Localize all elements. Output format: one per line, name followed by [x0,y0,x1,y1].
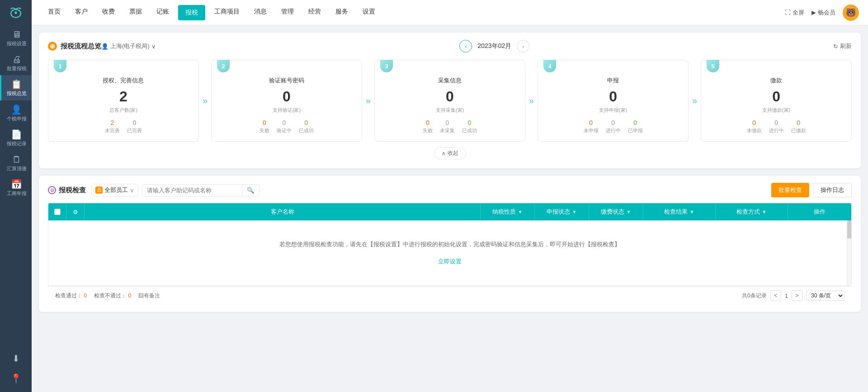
setup-link[interactable]: 立即设置 [438,258,462,265]
step-subtitle-2: 支持验证(家) [219,107,354,114]
th-checkbox[interactable] [48,203,66,220]
search-btn[interactable]: 🔍 [242,185,259,196]
step-stats-1: 2 未完善 0 已完善 [56,119,191,134]
step-title-2: 验证账号密码 [219,76,354,85]
sidebar-item-tax-overview[interactable]: 📋 报税总览 [0,75,32,100]
step-stat-1-1[interactable]: 0 已完善 [127,119,142,134]
th-check-result[interactable]: 检查结果 ▼ [643,203,716,220]
step-subtitle-3: 支持采集(家) [382,107,518,114]
note-label: 囧有备注 [138,292,160,300]
operation-log-btn[interactable]: 操作日志 [813,183,852,197]
sidebar-bottom: ⬇ 📍 [0,349,32,392]
prev-page-btn[interactable]: < [770,290,781,301]
taxcheck-title: ⊙ 报税检查 [48,186,86,195]
fail-label: 检查不通过： 0 [94,292,131,300]
topnav-home[interactable]: 首页 [41,0,68,25]
step-stat-2-0[interactable]: 0 失败 [259,119,269,134]
next-page-btn[interactable]: > [792,290,802,301]
sidebar-item-personal-tax[interactable]: 👤 个税申报 [0,100,32,125]
step-arrow-3: » [525,60,538,142]
step-stat-2-1[interactable]: 0 验证中 [277,119,292,134]
step-number-2: 2 [217,60,230,72]
th-check-method[interactable]: 检查方式 ▼ [716,203,788,220]
topnav-services[interactable]: 服务 [328,0,355,25]
topnav-customer[interactable]: 客户 [68,0,95,25]
topnav-accounting[interactable]: 记账 [149,0,176,25]
sidebar-download-btn[interactable]: ⬇ [0,349,32,368]
total-records: 共0条记录 [742,292,767,300]
step-subtitle-4: 支持申报(家) [545,107,681,114]
pass-count-link[interactable]: 0 [84,292,87,299]
batch-check-btn[interactable]: 批量检查 [771,183,809,197]
topnav-settings[interactable]: 设置 [355,0,382,25]
process-nav: ‹ 2023年02月 › [459,40,529,53]
annual-report-icon: 📅 [11,180,22,189]
step-stat-4-1[interactable]: 0 进行中 [606,119,621,134]
filter-icon-3: ▼ [626,209,631,215]
topnav-operations[interactable]: 经营 [301,0,328,25]
step-stat-4-0[interactable]: 0 未申报 [584,119,599,134]
step-stat-2-2[interactable]: 0 已成功 [299,119,314,134]
search-input[interactable] [142,185,242,196]
step-stat-1-0[interactable]: 2 未完善 [105,119,120,134]
tax-overview-icon: 📋 [11,80,22,89]
vip-btn[interactable]: ▶ 畅会员 [811,9,835,17]
step-stat-5-1[interactable]: 0 进行中 [769,119,784,134]
step-title-5: 缴款 [708,76,844,85]
step-stat-3-0[interactable]: 0 失败 [423,119,433,134]
th-tax-nature[interactable]: 纳税性质 ▼ [481,203,535,220]
th-settings[interactable]: ⚙ [66,203,85,220]
table-container: ⚙ 客户名称 纳税性质 ▼ 申报状态 ▼ [48,203,852,305]
topnav-commerce[interactable]: 工商项目 [207,0,247,25]
step-stat-3-2[interactable]: 0 已成功 [462,119,477,134]
topnav-tax[interactable]: 报税 [178,5,205,20]
taxcheck-header: ⊙ 报税检查 员 全部员工 ∨ 🔍 批量检查 操作日志 [48,183,852,197]
sidebar-item-tax-records[interactable]: 📄 报税记录 [0,125,32,150]
next-month-btn[interactable]: › [517,40,529,53]
settlement-icon: 🗒 [12,155,21,164]
step-count-1: 2 [56,88,191,105]
prev-month-btn[interactable]: ‹ [459,40,472,53]
collapse-row: ∧ 收起 [48,147,852,159]
step-stat-5-0[interactable]: 0 未缴款 [747,119,762,134]
fullscreen-btn[interactable]: ⛶ 全屏 [785,9,804,17]
process-title-icon: ⊕ [48,42,57,51]
topnav-messages[interactable]: 消息 [247,0,274,25]
th-declare-status[interactable]: 申报状态 ▼ [535,203,589,220]
process-step-4: 4 申报 0 支持申报(家) 0 未申报 0 进行中 [538,60,689,142]
th-fee-status[interactable]: 缴费状态 ▼ [589,203,643,220]
topnav-fees[interactable]: 收费 [95,0,122,25]
fail-count-link[interactable]: 0 [128,292,131,299]
sidebar-item-tax-settings[interactable]: 🖥 报税设置 [0,25,32,50]
table-footer: 检查通过： 0 检查不通过： 0 囧有备注 共0条记录 < 1 > [48,286,852,305]
sidebar-item-batch-tax[interactable]: 🖨 批量报税 [0,50,32,75]
main-wrapper: 首页 客户 收费 票据 记账 报税 工商项目 消息 管理 经营 服务 设置 ⛶ … [32,0,868,392]
topnav-tickets[interactable]: 票据 [122,0,149,25]
process-step-3: 3 采集信息 0 支持采集(家) 0 失败 0 未采集 [374,60,525,142]
step-stats-4: 0 未申报 0 进行中 0 已申报 [545,119,681,134]
filter-icon-2: ▼ [572,209,577,215]
process-step-1: 1 授权、完善信息 2 总客户数(家) 2 未完善 0 已完善 [48,60,199,142]
step-stat-4-2[interactable]: 0 已申报 [628,119,643,134]
footer-pagination: 共0条记录 < 1 > 30 条/页 50 条/页 100 条/页 [742,290,844,301]
per-page-select[interactable]: 30 条/页 50 条/页 100 条/页 [806,291,844,301]
step-count-4: 0 [545,88,681,105]
topnav-management[interactable]: 管理 [274,0,301,25]
sidebar-item-settlement[interactable]: 🗒 汇算清缴 [0,150,32,175]
step-stat-3-1[interactable]: 0 未采集 [440,119,455,134]
collapse-btn[interactable]: ∧ 收起 [434,147,466,159]
step-number-3: 3 [380,60,393,72]
sidebar-location-btn[interactable]: 📍 [0,369,32,387]
personal-tax-icon: 👤 [11,105,22,114]
process-location-btn[interactable]: 👤 上海(电子税局) ∨ [101,42,156,50]
step-stat-5-2[interactable]: 0 已缴款 [791,119,806,134]
refresh-btn[interactable]: ↻ 刷新 [833,42,852,50]
scrollbar-track[interactable] [847,220,851,286]
sidebar-item-annual-report[interactable]: 📅 工商年报 [0,175,32,200]
current-page: 1 [785,292,788,299]
header-checkbox[interactable] [54,209,61,215]
step-count-3: 0 [382,88,518,105]
user-avatar[interactable]: 🐻 [843,5,859,21]
scrollbar-thumb[interactable] [847,220,852,239]
staff-select[interactable]: 员 全部员工 ∨ [91,184,138,196]
